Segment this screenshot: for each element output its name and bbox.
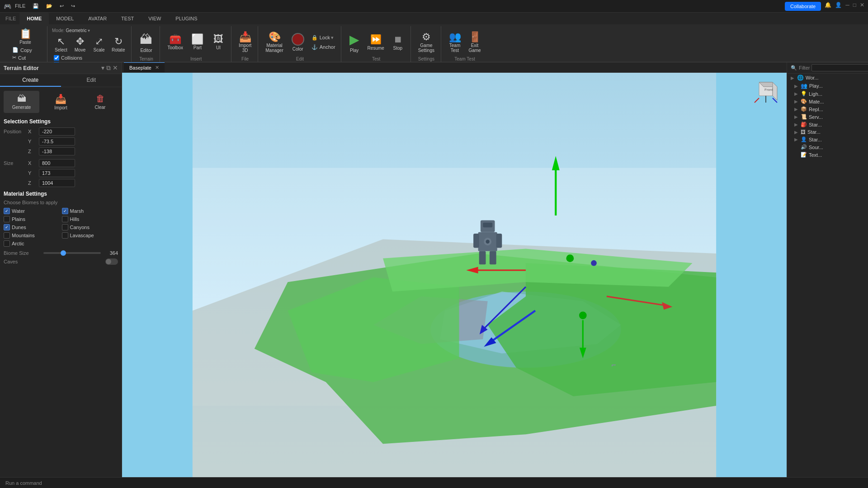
explorer-item-startergui[interactable]: ▶ 🖼 Star... (787, 128, 868, 136)
generate-tool-button[interactable]: 🏔 Generate (4, 91, 39, 113)
biome-marsh[interactable]: Marsh (62, 208, 118, 214)
dunes-checkbox[interactable] (4, 224, 10, 230)
plains-label: Plains (12, 216, 25, 222)
ui-button[interactable]: 🖼 UI (209, 33, 227, 51)
selection-settings-title: Selection Settings (4, 118, 118, 125)
redo[interactable]: ↪ (71, 3, 75, 9)
explorer-item-serverscript[interactable]: ▶ 📜 Serv... (787, 113, 868, 121)
rotate-button[interactable]: ↻ Rotate (109, 36, 127, 53)
user-icon[interactable]: 👤 (835, 2, 842, 11)
biome-lavascape[interactable]: Lavascape (62, 232, 118, 239)
size-x-input[interactable] (39, 159, 75, 167)
tab-avatar[interactable]: AVATAR (81, 13, 114, 24)
lavascape-checkbox[interactable] (62, 232, 68, 239)
select-button[interactable]: ↖ Select (52, 36, 70, 53)
viewport[interactable]: ⌐ Front (122, 73, 787, 477)
biome-mountains[interactable]: Mountains (4, 232, 60, 239)
marsh-checkbox[interactable] (62, 208, 68, 214)
biome-size-slider[interactable] (43, 252, 101, 254)
biome-size-label: Biome Size (4, 250, 40, 256)
scale-button[interactable]: ⤢ Scale (90, 36, 108, 53)
position-z-input[interactable] (39, 147, 75, 155)
maximize-icon[interactable]: □ (853, 2, 856, 11)
resume-button[interactable]: ⏩ Resume (365, 33, 387, 52)
panel-dropdown-icon[interactable]: ▾ (101, 64, 104, 72)
panel-close-icon[interactable]: ✕ (113, 64, 118, 72)
position-y-input[interactable] (39, 137, 75, 145)
tab-create[interactable]: Create (0, 74, 61, 87)
hills-checkbox[interactable] (62, 216, 68, 222)
part-button[interactable]: ⬜ Part (189, 33, 207, 51)
arctic-checkbox[interactable] (4, 240, 10, 247)
position-x-input[interactable] (39, 127, 75, 136)
viewport-tab-baseplate[interactable]: Baseplate ✕ (124, 62, 165, 72)
tab-plugins[interactable]: PLUGINS (168, 13, 204, 24)
collisions-check-input[interactable] (54, 55, 59, 61)
notifications-icon[interactable]: 🔔 (825, 2, 831, 11)
plains-checkbox[interactable] (4, 216, 10, 222)
tab-file[interactable]: FILE (2, 13, 19, 24)
canyons-checkbox[interactable] (62, 224, 68, 230)
biome-canyons[interactable]: Canyons (62, 224, 118, 230)
material-manager-button[interactable]: 🎨 MaterialManager (263, 31, 286, 54)
color-button[interactable]: Color (289, 32, 307, 52)
explorer-item-sound[interactable]: 🔊 Sour... (787, 143, 868, 151)
paste-button[interactable]: 📋 Paste (17, 28, 34, 46)
biome-arctic[interactable]: Arctic (4, 240, 60, 247)
clear-tool-button[interactable]: 🗑 Clear (82, 91, 118, 113)
lock-button[interactable]: 🔒 Lock ▾ (310, 34, 337, 42)
compass[interactable]: Front (752, 80, 779, 107)
explorer-item-starterpack[interactable]: ▶ 🎒 Star... (787, 121, 868, 128)
quick-open[interactable]: 📂 (46, 3, 52, 9)
size-z-input[interactable] (39, 179, 75, 187)
svg-line-39 (755, 98, 759, 103)
caves-toggle[interactable] (105, 258, 118, 265)
anchor-button[interactable]: ⚓ Anchor (310, 43, 337, 51)
explorer-item-lighting[interactable]: ▶ 💡 Ligh... (787, 90, 868, 98)
panel-undock-icon[interactable]: ⧉ (106, 64, 111, 72)
toolbox-button[interactable]: 🧰 Toolbox (165, 33, 185, 51)
import3d-button[interactable]: 📥 Import3D (236, 31, 254, 54)
tab-edit[interactable]: Edit (61, 74, 122, 87)
menu-file[interactable]: FILE (15, 3, 25, 9)
move-button[interactable]: ✥ Move (71, 36, 89, 53)
size-y-input[interactable] (39, 169, 75, 177)
game-settings-button[interactable]: ⚙ GameSettings (415, 31, 437, 54)
explorer-item-replicated[interactable]: ▶ 📦 Repl... (787, 105, 868, 113)
tab-home[interactable]: HOME (19, 13, 49, 24)
biome-hills[interactable]: Hills (62, 216, 118, 222)
editor-button[interactable]: 🏔 Editor (136, 30, 156, 55)
team-test-button[interactable]: 👥 TeamTest (446, 31, 464, 54)
lock-icon: 🔒 (311, 35, 318, 41)
lighting-arrow: ▶ (794, 91, 799, 96)
filter-input[interactable] (811, 64, 868, 71)
quick-save[interactable]: 💾 (33, 3, 39, 9)
biome-dunes[interactable]: Dunes (4, 224, 60, 230)
explorer-item-text[interactable]: 📝 Text... (787, 151, 868, 159)
viewport-tab-close[interactable]: ✕ (155, 65, 159, 70)
team-test-icon: 👥 (449, 32, 461, 42)
exit-game-button[interactable]: 🚪 ExitGame (466, 31, 484, 54)
biome-water[interactable]: Water (4, 208, 60, 214)
explorer-item-material[interactable]: ▶ 🎨 Mate... (787, 98, 868, 105)
minimize-icon[interactable]: ─ (845, 2, 849, 11)
collaborate-button[interactable]: Collaborate (785, 2, 821, 11)
explorer-item-starterchar[interactable]: ▶ 👤 Star... (787, 136, 868, 143)
copy-button[interactable]: 📄 Copy (10, 47, 40, 53)
water-checkbox[interactable] (4, 208, 10, 214)
biome-plains[interactable]: Plains (4, 216, 60, 222)
mountains-checkbox[interactable] (4, 232, 10, 239)
explorer-item-players[interactable]: ▶ 👥 Play... (787, 82, 868, 90)
play-button[interactable]: ▶ Play (346, 30, 363, 55)
close-icon[interactable]: ✕ (860, 2, 864, 11)
cut-button[interactable]: ✂ Cut (10, 54, 40, 61)
explorer-item-workspace[interactable]: ▶ 🌐 Wor... (787, 74, 868, 82)
collisions-checkbox[interactable]: Collisions (54, 55, 91, 61)
tab-view[interactable]: VIEW (141, 13, 168, 24)
tab-test[interactable]: TEST (114, 13, 141, 24)
tab-model[interactable]: MODEL (49, 13, 81, 24)
biome-size-thumb[interactable] (61, 250, 66, 256)
import-tool-button[interactable]: 📥 Import (43, 91, 79, 113)
undo[interactable]: ↩ (60, 3, 64, 9)
stop-button[interactable]: ⏹ Stop (389, 33, 407, 52)
